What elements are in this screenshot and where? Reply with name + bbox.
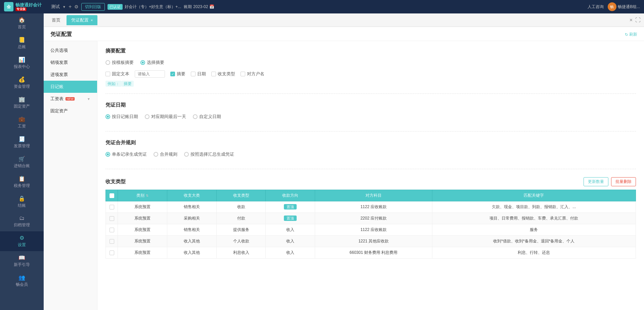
sidebar-item-close[interactable]: 🔒 结账 [0,192,44,212]
sidebar-item-assets[interactable]: 🏢 固定资产 [0,93,44,113]
row-category: 系统预置 [118,224,167,236]
row-type: 收款 [216,201,266,213]
close-period-icon: 🔒 [18,195,25,202]
th-category: 类别 ⇅ [118,190,167,201]
checkbox-summary[interactable]: ✓ 摘要 [170,71,185,77]
nav-item-public[interactable]: 公共选项 [44,44,97,56]
radio-custom-date[interactable]: 自定义日期 [193,114,221,120]
window-expand-button[interactable]: ⛶ [635,17,641,23]
nav-item-payroll[interactable]: 工资表 NEW ▼ [44,93,97,105]
row-major-type: 销售相关 [167,201,216,213]
content-area: 首页 凭证配置 × × ⛶ 凭证配置 ↻ 刷新 公共选项 [44,13,644,310]
switch-version-button[interactable]: 切到旧版 [81,3,105,11]
row-direction: 置顶 [266,201,315,213]
refresh-button[interactable]: ↻ 刷新 [625,32,637,37]
row-checkbox[interactable] [110,250,114,255]
topbar-settings-icon[interactable]: ⚙ [74,4,79,9]
tab-close-icon[interactable]: × [91,18,93,22]
batch-delete-button[interactable]: 批量删除 [611,177,636,186]
direction-tag[interactable]: 置顶 [284,216,297,221]
sidebar-item-home[interactable]: 🏠 首页 [0,13,44,33]
calendar-icon[interactable]: 📅 [209,4,214,9]
th-checkbox[interactable] [106,190,118,201]
home-icon: 🏠 [18,17,25,23]
income-expense-table: 类别 ⇅ 收支大类 收支类型 收款方向 [105,190,636,259]
th-direction: 收款方向 [266,190,315,201]
radio-circle-single [105,152,110,157]
sidebar-item-reports[interactable]: 📊 报表中心 [0,53,44,73]
window-close-button[interactable]: × [630,17,633,23]
new-badge: NEW [66,97,75,101]
sidebar-item-member[interactable]: 👥 畅会员 [0,271,44,291]
row-checkbox[interactable] [110,228,114,232]
row-checkbox-cell [106,213,118,224]
radio-circle-select [140,60,145,65]
row-major-type: 采购相关 [167,213,216,224]
table-row: 系统预置采购相关付款置顶2202 应付账款项目、日常费用、报销款、车费、承兑汇票… [106,213,636,224]
sidebar-item-settings[interactable]: ⚙ 设置 [0,231,44,251]
merge-radio-group: 单条记录生成凭证 合并规则 按照选择汇总生成凭证 [105,151,636,157]
sidebar-item-tax[interactable]: 📋 税务管理 [0,172,44,192]
category-sort-icon[interactable]: ⇅ [146,194,148,197]
merge-section-title: 凭证合并规则 [105,140,636,146]
select-all-checkbox[interactable] [110,193,114,198]
row-category: 系统预置 [118,201,167,213]
row-type: 提供服务 [216,224,266,236]
update-count-button[interactable]: 更新数量 [584,177,608,186]
consult-link[interactable]: 人工咨询 [588,4,604,10]
sidebar-item-finance[interactable]: 💰 资金管理 [0,73,44,93]
logo-text: 畅捷通好会计 专业版 [15,2,42,11]
row-category: 系统预置 [118,213,167,224]
checkbox-date[interactable]: 日期 [191,71,206,77]
th-keywords: 匹配关键字 [432,190,636,201]
direction-tag[interactable]: 置顶 [284,204,297,209]
row-type: 个人收款 [216,236,266,247]
radio-template-summary[interactable]: 按模板摘要 [105,60,134,66]
tax-icon: 📋 [18,176,25,182]
period-display: 账期 2023-02 📅 [184,4,214,10]
user-info: 畅 畅捷通B组... [608,2,640,11]
radio-aggregate[interactable]: 按照选择汇总生成凭证 [184,151,234,157]
payroll-expand-icon[interactable]: ▼ [87,97,90,101]
radio-journal-date[interactable]: 按日记账日期 [105,114,138,120]
sidebar-label-ledger: 总账 [18,44,26,50]
nav-item-fixed-assets[interactable]: 固定资产 [44,105,97,117]
checkbox-type[interactable]: 收支类型 [211,71,235,77]
summary-checkbox-row: 固定文本 ✓ 摘要 日期 收支类型 [105,70,636,78]
refresh-icon: ↻ [625,32,628,37]
table-row: 系统预置销售相关提供服务收入1122 应收账款服务 [106,224,636,236]
guide-icon: 📖 [18,255,25,261]
sidebar-item-purchase[interactable]: 🛒 进销台账 [0,152,44,172]
sidebar-item-salary[interactable]: 💼 工资 [0,113,44,132]
sidebar-item-guide[interactable]: 📖 新手引导 [0,251,44,271]
radio-single-record[interactable]: 单条记录生成凭证 [105,151,147,157]
username: 畅捷通B组... [618,4,640,10]
fixed-text-input[interactable] [135,70,165,78]
nav-item-purchase-invoice[interactable]: 进项发票 [44,69,97,81]
checkbox-box-date [191,72,196,76]
radio-merge-rules[interactable]: 合并规则 [154,151,177,157]
sidebar-label-assets: 固定资产 [14,104,30,109]
row-checkbox[interactable] [110,239,114,244]
nav-item-sales-invoice[interactable]: 销项发票 [44,56,97,69]
sidebar-item-archive[interactable]: 🗂 归档管理 [0,212,44,231]
row-account: 2202 应付账款 [315,213,432,224]
table-header-row: 收支类型 更新数量 批量删除 [105,177,636,186]
row-checkbox[interactable] [110,216,114,221]
sidebar-label-reports: 报表中心 [14,64,30,70]
tab-voucher-config[interactable]: 凭证配置 × [67,15,97,25]
row-checkbox[interactable] [110,205,114,209]
sidebar-item-invoice[interactable]: 🧾 发票管理 [0,132,44,152]
company-dropdown-icon[interactable]: ▼ [62,5,66,9]
checkbox-fixed-text[interactable]: 固定文本 [105,71,129,77]
nav-item-journal[interactable]: 日记账 [44,81,97,93]
radio-period-last-day[interactable]: 对应期间最后一天 [145,114,186,120]
sidebar-label-home: 首页 [18,24,26,30]
radio-select-summary[interactable]: 选择摘要 [140,60,164,66]
checkbox-counterpart[interactable]: 对方户名 [241,71,264,77]
main-layout: 🏠 首页 📒 总账 📊 报表中心 💰 资金管理 🏢 固定资产 💼 工资 🧾 发票… [0,13,644,310]
add-button[interactable]: + [69,4,72,10]
tab-home[interactable]: 首页 [47,15,65,25]
right-panel: 摘要配置 按模板摘要 选择摘要 [97,41,644,310]
sidebar-item-ledger[interactable]: 📒 总账 [0,33,44,53]
